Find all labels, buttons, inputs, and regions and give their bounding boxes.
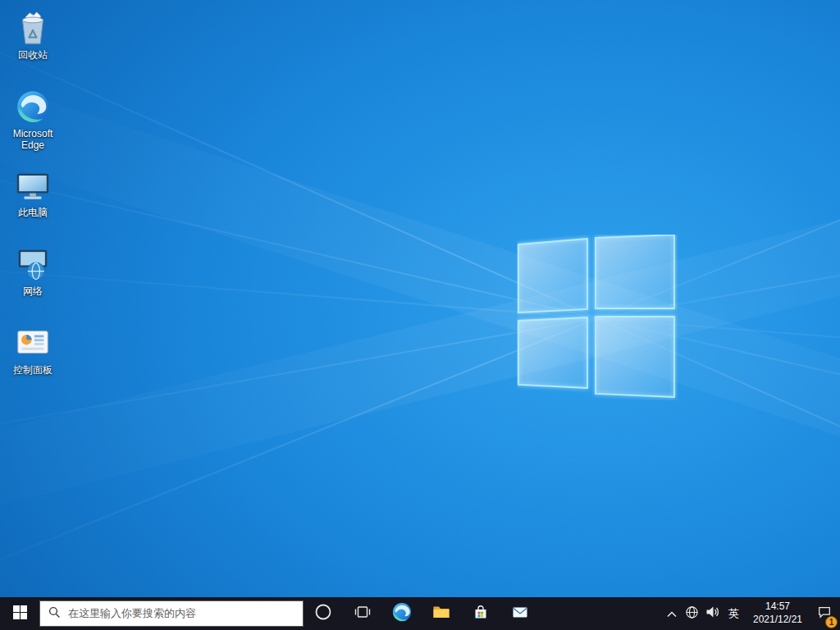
desktop-icon-this-pc[interactable]: 此电脑 [2,166,63,244]
taskbar-search-box[interactable]: 在这里输入你要搜索的内容 [39,600,304,627]
desktop-icon-label: 回收站 [18,49,48,61]
desktop-icon-label: 网络 [23,285,43,297]
network-icon [13,244,52,284]
light-ray [0,48,840,587]
file-explorer-icon [431,602,451,625]
light-ray [0,156,840,481]
edge-icon [13,87,52,126]
desktop-icons: 回收站 Microsoft Edge 此电脑 [2,8,63,402]
desktop-icon-control-panel[interactable]: 控制面板 [2,323,63,402]
cortana-button[interactable] [304,597,343,630]
search-icon [48,606,61,622]
action-center-button[interactable]: 1 [810,597,838,630]
clock-time: 14:57 [765,600,790,614]
edge-taskbar-button[interactable] [382,597,422,630]
control-panel-icon [13,323,52,363]
desktop-icon-microsoft-edge[interactable]: Microsoft Edge [2,87,63,166]
clock-date: 2021/12/21 [753,614,802,627]
light-beam [0,62,840,575]
hidden-icons-button[interactable] [661,597,682,630]
desktop-icon-recycle-bin[interactable]: 回收站 [2,8,63,87]
taskbar-clock[interactable]: 14:57 2021/12/21 [745,597,810,630]
task-view-button[interactable] [343,597,382,630]
desktop[interactable]: 回收站 Microsoft Edge 此电脑 [0,0,840,597]
task-view-icon [354,604,371,623]
globe-icon [685,605,699,623]
edge-icon [391,601,413,626]
taskbar: 在这里输入你要搜索的内容 [0,597,840,630]
system-tray: 英 14:57 2021/12/21 1 [661,597,840,630]
desktop-icon-label: 控制面板 [13,364,52,376]
mail-button[interactable] [500,597,540,630]
this-pc-icon [13,166,52,205]
light-ray [0,261,840,375]
language-indicator[interactable]: 英 [723,597,745,630]
mail-icon [511,603,529,624]
chevron-up-icon [667,606,677,621]
start-button[interactable] [0,597,39,630]
microsoft-store-icon [472,603,490,624]
desktop-icon-network[interactable]: 网络 [2,244,63,323]
network-tray-button[interactable] [682,597,702,630]
windows-logo-watermark [517,235,678,404]
light-beam [0,109,840,528]
volume-button[interactable] [702,597,723,630]
speaker-icon [705,605,720,622]
windows-start-icon [13,605,27,623]
light-ray [0,193,840,444]
light-ray [0,25,840,597]
desktop-icon-label: 此电脑 [18,207,48,218]
desktop-icon-label: Microsoft Edge [2,128,63,152]
microsoft-store-button[interactable] [461,597,500,630]
cortana-icon [314,603,332,624]
recycle-bin-icon [13,8,52,48]
file-explorer-button[interactable] [422,597,461,630]
search-placeholder: 在这里输入你要搜索的内容 [68,606,196,621]
notification-badge: 1 [825,616,838,628]
